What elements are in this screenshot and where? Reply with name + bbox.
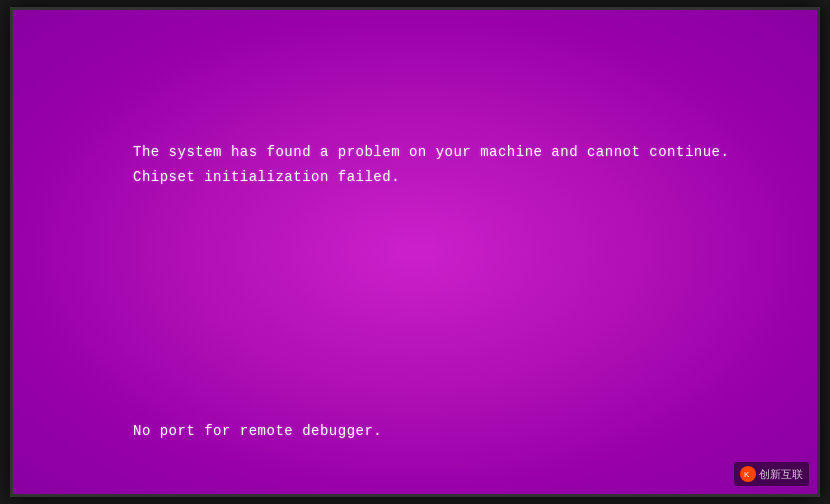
remote-debugger-message: No port for remote debugger. [133,419,817,444]
watermark-text: 创新互联 [759,467,803,482]
error-section: The system has found a problem on your m… [13,10,817,190]
screen-content: The system has found a problem on your m… [13,10,817,494]
watermark: K 创新互联 [734,462,809,486]
svg-text:K: K [744,470,750,479]
logo-icon: K [740,466,756,482]
error-line-2: Chipset initialization failed. [133,165,817,190]
error-line-1: The system has found a problem on your m… [133,140,817,165]
watermark-logo: K 创新互联 [740,466,803,482]
monitor-frame: The system has found a problem on your m… [10,7,820,497]
bottom-section: No port for remote debugger. [13,419,817,494]
